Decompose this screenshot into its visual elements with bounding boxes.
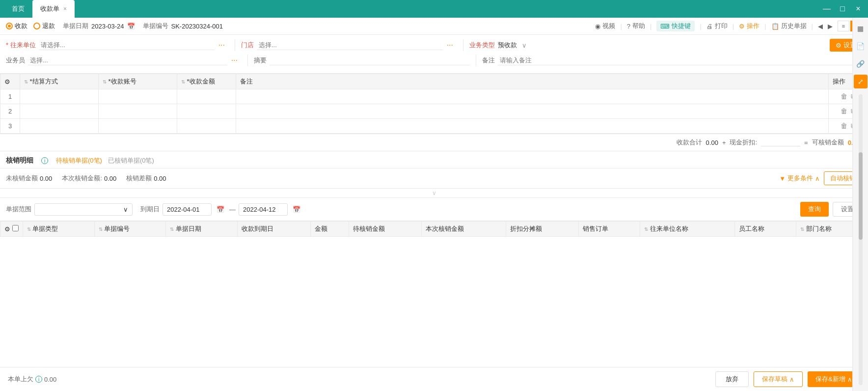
- collapse-arrow-icon[interactable]: ∨: [432, 190, 436, 196]
- summary-field: 摘要: [254, 56, 470, 65]
- staff-input[interactable]: [28, 56, 227, 65]
- query-btn[interactable]: 查询: [800, 202, 829, 217]
- doc-date-calendar-icon[interactable]: 📅: [127, 23, 135, 30]
- doc-no-field: 单据编号 SK-20230324-001: [143, 22, 223, 30]
- counterpart-field: 往来单位 ···: [6, 40, 229, 50]
- writeoff-tabs: 待核销单据(0笔) 已核销单据(0笔): [56, 156, 154, 165]
- right-panel-expand-icon[interactable]: ⤢: [854, 75, 868, 88]
- row-2-amount[interactable]: [177, 104, 236, 119]
- print-label: 打印: [715, 22, 728, 30]
- row-3-account[interactable]: [99, 119, 177, 134]
- due-date-label: 到期日: [140, 205, 160, 214]
- writeoff-section: 核销明细 i 待核销单据(0笔) 已核销单据(0笔) 未核销金额 0.00 本次…: [0, 151, 868, 367]
- select-all-checkbox[interactable]: [12, 225, 19, 231]
- list-layout-btn[interactable]: ≡: [838, 21, 849, 31]
- tab-home[interactable]: 首页: [4, 0, 32, 18]
- table-area: ⚙ ⇅ *结算方式 ⇅ *收款账号 ⇅ *收款金额 备注 操作 1 🗑: [0, 74, 868, 134]
- ops-btn[interactable]: ⚙ 操作: [739, 22, 760, 30]
- main-content: 收款 退款 单据日期 2023-03-24 📅 单据编号 SK-20230324…: [0, 18, 868, 391]
- row-1-delete-icon[interactable]: 🗑: [841, 92, 847, 100]
- counterpart-label: 往来单位: [6, 41, 36, 50]
- minimize-btn[interactable]: —: [821, 4, 833, 13]
- diff-label: 核销差额: [126, 174, 152, 183]
- store-more-icon[interactable]: ···: [443, 41, 457, 50]
- row-3-delete-icon[interactable]: 🗑: [841, 122, 847, 130]
- date-to-input[interactable]: [239, 203, 288, 216]
- footer-doc-value: 0.00: [44, 376, 56, 383]
- save-draft-btn[interactable]: 保存草稿 ∧: [754, 371, 803, 387]
- store-input[interactable]: [257, 40, 443, 50]
- counterpart-input[interactable]: [39, 40, 215, 50]
- date-from-input[interactable]: [163, 203, 212, 216]
- range-select[interactable]: ∨: [34, 203, 133, 216]
- scrollbar-track[interactable]: [859, 94, 863, 385]
- right-panel-doc-icon[interactable]: 📄: [854, 39, 868, 53]
- abandon-btn[interactable]: 放弃: [715, 371, 749, 387]
- writeoff-table: ⚙ ⇅ 单据类型 ⇅ 单据编号 ⇅ 单据日期 收款到期日 金额 待核销金额 本次…: [0, 221, 868, 237]
- row-2-num: 2: [0, 104, 20, 119]
- form-area: 往来单位 ··· 门店 ··· 业务类型 预收款 ∨ ⚙ 设置: [0, 35, 868, 74]
- due-date-filter-field: 到期日 📅 — 📅: [140, 203, 302, 216]
- gear-icon[interactable]: ⚙: [4, 225, 10, 233]
- row-1-settlement[interactable]: [20, 89, 99, 104]
- radio-refund[interactable]: 退款: [33, 22, 55, 30]
- ops-icon: ⚙: [739, 23, 745, 30]
- close-btn[interactable]: ×: [852, 4, 864, 13]
- footer-info-icon[interactable]: i: [35, 376, 42, 383]
- row-1-account[interactable]: [99, 89, 177, 104]
- doc-no-header: ⇅ 单据编号: [94, 222, 166, 237]
- store-label: 门店: [241, 41, 254, 50]
- right-panel-table-icon[interactable]: ▦: [854, 22, 868, 35]
- more-conditions-btn[interactable]: ▼ 更多条件 ∧: [779, 174, 820, 183]
- row-3-settlement[interactable]: [20, 119, 99, 134]
- print-icon: 🖨: [706, 23, 713, 30]
- row-2-remark[interactable]: [236, 104, 829, 119]
- summary-input[interactable]: [270, 56, 470, 65]
- uncancelled-value: 0.00: [40, 175, 52, 182]
- nav-left-icon[interactable]: ◀: [818, 23, 823, 30]
- toolbar-row: 收款 退款 单据日期 2023-03-24 📅 单据编号 SK-20230324…: [0, 18, 868, 35]
- filter-icon: ▼: [779, 175, 786, 182]
- video-btn[interactable]: ◉ 视频: [595, 22, 615, 30]
- writeoff-info-icon[interactable]: i: [41, 157, 48, 164]
- remark-label: 备注: [482, 56, 495, 65]
- row-1-remark[interactable]: [236, 89, 829, 104]
- doc-date-label: 单据日期: [63, 22, 88, 30]
- print-btn[interactable]: 🖨 打印: [706, 22, 728, 30]
- footer-info: 本单上欠 i 0.00: [8, 375, 56, 384]
- business-type-chevron-icon[interactable]: ∨: [522, 42, 527, 49]
- row-2-account[interactable]: [99, 104, 177, 119]
- discount-input[interactable]: [761, 139, 800, 146]
- gear-header[interactable]: ⚙: [0, 74, 20, 89]
- nav-right-icon[interactable]: ▶: [828, 23, 833, 30]
- shortcut-btn[interactable]: ⌨ 快捷键: [656, 21, 695, 31]
- row-2-delete-icon[interactable]: 🗑: [841, 107, 847, 115]
- form-row-2: 业务员 ··· 摘要 备注: [6, 55, 862, 66]
- doc-date-value: 2023-03-24: [91, 23, 124, 30]
- settings-gear-icon: ⚙: [836, 42, 841, 49]
- radio-receive[interactable]: 收款: [6, 22, 27, 30]
- staff-more-icon[interactable]: ···: [227, 56, 242, 65]
- row-2-settlement[interactable]: [20, 104, 99, 119]
- settlement-header: ⇅ *结算方式: [20, 74, 99, 89]
- row-3-amount[interactable]: [177, 119, 236, 134]
- ops-label: 操作: [747, 22, 760, 30]
- history-btn[interactable]: 📋 历史单据: [771, 22, 807, 30]
- remark-input[interactable]: [498, 56, 862, 65]
- range-chevron-icon: ∨: [123, 206, 128, 213]
- restore-btn[interactable]: □: [837, 4, 848, 13]
- row-3-remark[interactable]: [236, 119, 829, 134]
- calendar-to-icon[interactable]: 📅: [293, 206, 300, 213]
- counterpart-header: ⇅ 往来单位名称: [640, 222, 735, 237]
- tab-close-icon[interactable]: ×: [63, 0, 67, 18]
- row-1-amount[interactable]: [177, 89, 236, 104]
- pending-tab[interactable]: 待核销单据(0笔): [56, 156, 102, 165]
- right-panel-link-icon[interactable]: 🔗: [854, 57, 868, 71]
- writeoff-filter-right: ▼ 更多条件 ∧ 自动核销: [779, 171, 862, 185]
- tab-active[interactable]: 收款单 ×: [32, 0, 75, 18]
- remark-header: 备注: [236, 74, 829, 89]
- help-btn[interactable]: ? 帮助: [627, 22, 645, 30]
- counterpart-more-icon[interactable]: ···: [215, 41, 229, 50]
- calendar-from-icon[interactable]: 📅: [217, 206, 224, 213]
- done-tab[interactable]: 已核销单据(0笔): [108, 156, 154, 165]
